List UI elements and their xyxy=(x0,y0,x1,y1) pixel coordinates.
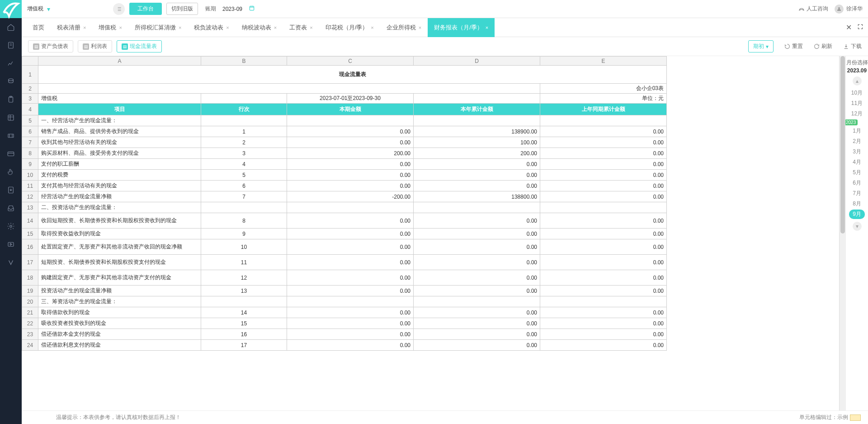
close-icon[interactable]: × xyxy=(419,25,421,30)
cell-value[interactable]: 0.00 xyxy=(287,126,414,137)
cell-item[interactable]: 支付其他与经营活动有关的现金 xyxy=(38,181,201,191)
month-option[interactable]: 5月 xyxy=(853,168,861,177)
row-header[interactable]: 17 xyxy=(22,255,38,270)
col-header[interactable]: B xyxy=(201,57,287,66)
tab-税负波动表[interactable]: 税负波动表× xyxy=(188,18,235,37)
cell-item[interactable]: 支付的职工薪酬 xyxy=(38,159,201,170)
cell-value[interactable]: 200.00 xyxy=(414,148,540,159)
nav-video-icon[interactable] xyxy=(0,235,22,253)
cell-value[interactable]: 138900.00 xyxy=(414,126,540,137)
cell-seq[interactable]: 4 xyxy=(201,159,287,170)
cell-item[interactable]: 三、筹资活动产生的现金流量： xyxy=(38,296,201,307)
cell-seq[interactable]: 16 xyxy=(201,329,287,340)
cell-value[interactable] xyxy=(414,296,540,307)
cell-value[interactable]: 200.00 xyxy=(287,148,414,159)
nav-card-icon[interactable] xyxy=(0,145,22,163)
cell-value[interactable]: 0.00 xyxy=(540,191,667,202)
month-option[interactable]: 11月 xyxy=(851,99,863,108)
nav-money-icon[interactable] xyxy=(0,72,22,91)
cell-value[interactable]: 0.00 xyxy=(540,255,667,270)
row-header[interactable]: 1 xyxy=(22,66,38,84)
nav-ticket-icon[interactable] xyxy=(0,127,22,145)
close-all-tabs-icon[interactable]: ✕ xyxy=(846,23,852,32)
cell-value[interactable]: 0.00 xyxy=(287,255,414,270)
cell-value[interactable]: 0.00 xyxy=(540,340,667,351)
workbench-button[interactable]: 工作台 xyxy=(129,3,162,15)
cell-value[interactable]: 0.00 xyxy=(414,329,540,340)
row-header[interactable]: 15 xyxy=(22,229,38,239)
cell-value[interactable]: 0.00 xyxy=(287,307,414,318)
cell-item[interactable]: 购买原材料、商品、接受劳务支付的现金 xyxy=(38,148,201,159)
tab-企业所得税[interactable]: 企业所得税× xyxy=(380,18,428,37)
download-button[interactable]: 下载 xyxy=(843,43,862,50)
cell-seq[interactable]: 10 xyxy=(201,239,287,255)
cell-value[interactable]: 0.00 xyxy=(540,137,667,148)
fullscreen-icon[interactable] xyxy=(857,24,863,32)
cell-seq[interactable]: 13 xyxy=(201,286,287,296)
row-header[interactable]: 18 xyxy=(22,270,38,286)
cell-value[interactable]: 0.00 xyxy=(287,170,414,181)
cell-value[interactable] xyxy=(414,202,540,213)
cell-item[interactable]: 销售产成品、商品、提供劳务收到的现金 xyxy=(38,126,201,137)
month-option[interactable]: 2月 xyxy=(853,137,861,146)
cell-value[interactable]: 0.00 xyxy=(287,239,414,255)
month-down-icon[interactable]: ▾ xyxy=(853,222,862,231)
row-header[interactable]: 8 xyxy=(22,148,38,159)
cell-item[interactable]: 购建固定资产、无形资产和其他非流动资产支付的现金 xyxy=(38,270,201,286)
calendar-icon[interactable] xyxy=(249,5,255,13)
cell-value[interactable]: 0.00 xyxy=(414,340,540,351)
company-selector[interactable]: 增值税 ▾ xyxy=(27,5,108,13)
cell-item[interactable]: 一、经营活动产生的现金流量： xyxy=(38,115,201,126)
cell-value[interactable]: 0.00 xyxy=(540,159,667,170)
spreadsheet[interactable]: ABCDE1现金流量表2会小企03表3增值税2023-07-01至2023-09… xyxy=(22,56,839,410)
cell-value[interactable] xyxy=(540,296,667,307)
cell-item[interactable]: 二、投资活动产生的现金流量： xyxy=(38,202,201,213)
col-header[interactable]: A xyxy=(38,57,201,66)
row-header[interactable]: 19 xyxy=(22,286,38,296)
cell-item[interactable]: 投资活动产生的现金流量净额 xyxy=(38,286,201,296)
nav-doc-icon[interactable] xyxy=(0,36,22,54)
cell-value[interactable]: 0.00 xyxy=(540,329,667,340)
period-init-dropdown[interactable]: 期初 ▾ xyxy=(748,40,774,52)
list-icon[interactable] xyxy=(113,3,125,15)
cell-value[interactable]: 0.00 xyxy=(540,170,667,181)
cell-value[interactable]: 0.00 xyxy=(540,239,667,255)
cell-value[interactable]: 0.00 xyxy=(540,213,667,229)
cell-seq[interactable]: 2 xyxy=(201,137,287,148)
col-header[interactable]: E xyxy=(540,57,667,66)
cell-value[interactable]: 100.00 xyxy=(414,137,540,148)
cell-value[interactable]: 0.00 xyxy=(540,318,667,329)
cell-value[interactable]: 0.00 xyxy=(414,170,540,181)
cell-value[interactable]: 0.00 xyxy=(414,270,540,286)
cell-value[interactable]: 0.00 xyxy=(414,159,540,170)
cell-seq[interactable]: 3 xyxy=(201,148,287,159)
cell-value[interactable]: 0.00 xyxy=(414,229,540,239)
cell-value[interactable] xyxy=(414,115,540,126)
month-option[interactable]: 6月 xyxy=(853,178,861,188)
row-header[interactable]: 11 xyxy=(22,181,38,191)
cell-item[interactable]: 吸收投资者投资收到的现金 xyxy=(38,318,201,329)
cell-value[interactable]: 0.00 xyxy=(287,329,414,340)
row-header[interactable]: 4 xyxy=(22,104,38,115)
cell-item[interactable]: 支付的税费 xyxy=(38,170,201,181)
cell-item[interactable]: 偿还借款利息支付的现金 xyxy=(38,340,201,351)
refresh-button[interactable]: 刷新 xyxy=(814,43,832,50)
cell-value[interactable]: 0.00 xyxy=(540,181,667,191)
tab-税表清册[interactable]: 税表清册× xyxy=(51,18,92,37)
cell-value[interactable]: 138800.00 xyxy=(414,191,540,202)
row-header[interactable]: 16 xyxy=(22,239,38,255)
cell-value[interactable]: 0.00 xyxy=(287,340,414,351)
cell-item[interactable]: 短期投资、长期债券投资和长期股权投资支付的现金 xyxy=(38,255,201,270)
row-header[interactable]: 5 xyxy=(22,115,38,126)
cell-value[interactable]: 0.00 xyxy=(287,213,414,229)
col-header[interactable]: D xyxy=(414,57,540,66)
col-header[interactable]: C xyxy=(287,57,414,66)
tab-增值税[interactable]: 增值税× xyxy=(92,18,128,37)
cell-value[interactable]: 0.00 xyxy=(287,181,414,191)
cell-value[interactable]: 0.00 xyxy=(287,159,414,170)
cell-value[interactable]: 0.00 xyxy=(540,148,667,159)
row-header[interactable]: 9 xyxy=(22,159,38,170)
tab-工资表[interactable]: 工资表× xyxy=(283,18,319,37)
cell-value[interactable]: 0.00 xyxy=(287,270,414,286)
row-header[interactable]: 10 xyxy=(22,170,38,181)
